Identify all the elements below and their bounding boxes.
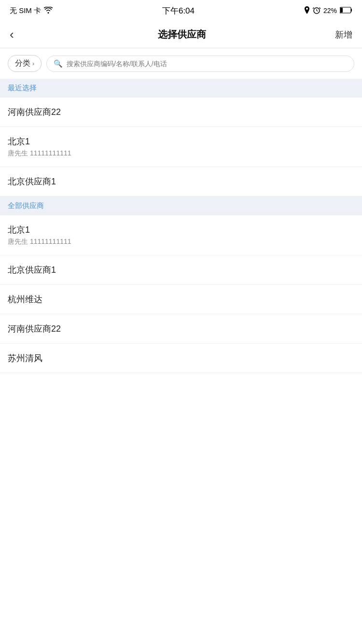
alarm-icon — [313, 6, 320, 15]
search-box[interactable]: 🔍 — [46, 56, 354, 72]
status-bar: 无 SIM 卡 下午6:04 22% — [0, 0, 362, 21]
all-items-list: 北京1唐先生 11111111111北京供应商1杭州维达河南供应商22苏州清风 — [0, 215, 362, 373]
item-name: 河南供应商22 — [8, 106, 354, 118]
status-time: 下午6:04 — [162, 5, 195, 16]
filter-area: 分类 › 🔍 — [0, 48, 362, 79]
list-item[interactable]: 河南供应商22 — [0, 314, 362, 344]
recent-section-label: 最近选择 — [8, 84, 37, 92]
no-sim-text: 无 SIM 卡 — [10, 6, 41, 15]
wifi-icon — [44, 7, 53, 15]
search-input[interactable] — [67, 60, 347, 68]
list-item[interactable]: 苏州清风 — [0, 344, 362, 373]
item-sub: 唐先生 11111111111 — [8, 149, 354, 158]
recent-section-header: 最近选择 — [0, 79, 362, 98]
page-title: 选择供应商 — [158, 28, 206, 41]
add-button[interactable]: 新增 — [335, 29, 352, 41]
item-name: 北京1 — [8, 224, 354, 236]
list-item[interactable]: 北京供应商1 — [0, 167, 362, 196]
status-left: 无 SIM 卡 — [10, 6, 53, 15]
list-item[interactable]: 北京供应商1 — [0, 255, 362, 285]
item-name: 北京供应商1 — [8, 176, 354, 187]
nav-bar: ‹ 选择供应商 新增 — [0, 21, 362, 48]
battery-icon — [340, 7, 352, 15]
all-section-header: 全部供应商 — [0, 196, 362, 215]
list-item[interactable]: 杭州维达 — [0, 285, 362, 314]
item-name: 苏州清风 — [8, 352, 354, 364]
category-label: 分类 — [15, 58, 30, 69]
item-sub: 唐先生 11111111111 — [8, 238, 354, 246]
list-item[interactable]: 河南供应商22 — [0, 98, 362, 127]
chevron-right-icon: › — [32, 60, 34, 67]
location-icon — [304, 6, 310, 15]
item-name: 河南供应商22 — [8, 323, 354, 335]
item-name: 北京供应商1 — [8, 264, 354, 276]
recent-items-list: 河南供应商22北京1唐先生 11111111111北京供应商1 — [0, 98, 362, 196]
list-item[interactable]: 北京1唐先生 11111111111 — [0, 215, 362, 255]
svg-rect-2 — [340, 8, 343, 13]
category-filter-button[interactable]: 分类 › — [8, 55, 42, 72]
list-item[interactable]: 北京1唐先生 11111111111 — [0, 127, 362, 167]
all-section-label: 全部供应商 — [8, 201, 44, 210]
search-icon: 🔍 — [54, 59, 63, 68]
item-name: 杭州维达 — [8, 294, 354, 305]
status-right: 22% — [304, 6, 352, 15]
item-name: 北京1 — [8, 136, 354, 147]
battery-text: 22% — [323, 7, 337, 14]
back-button[interactable]: ‹ — [10, 27, 29, 42]
